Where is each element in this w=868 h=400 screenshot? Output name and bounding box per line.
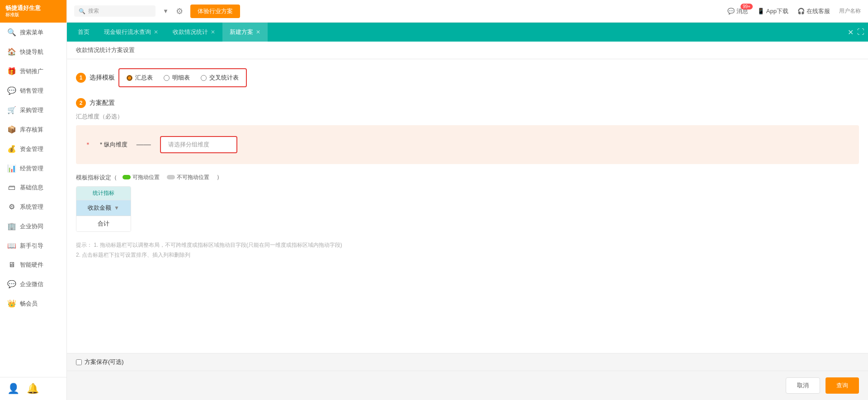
immovable-indicator: 不可拖动位置 <box>167 174 209 181</box>
service-label: 在线客服 <box>807 7 830 15</box>
dimension-row: ＊ * 纵向维度 —— 请选择分组维度 <box>85 136 850 153</box>
radio-cross-label: 交叉统计表 <box>209 74 239 82</box>
step1-title: 选择模板 <box>90 74 115 82</box>
step1-section: 1 选择模板 汇总表 明细表 交叉统计表 <box>76 68 859 87</box>
tab-new-plan-close[interactable]: ✕ <box>256 29 260 35</box>
radio-cross-input[interactable] <box>201 75 207 81</box>
radio-detail-label: 明细表 <box>172 74 190 82</box>
query-button[interactable]: 查询 <box>826 377 859 394</box>
radio-detail[interactable]: 明细表 <box>164 74 190 82</box>
sidebar-item-label: 搜索菜单 <box>20 28 43 37</box>
download-btn[interactable]: 📱 App下载 <box>757 7 788 15</box>
sidebar-item-label: 企业微信 <box>20 280 43 288</box>
bell-icon[interactable]: 🔔 <box>27 383 39 395</box>
main-area: 🔍 搜索 ▼ ⚙ 体验行业方案 💬 消息 99+ 📱 App下载 🎧 在线客服 … <box>67 0 868 400</box>
topbar: 🔍 搜索 ▼ ⚙ 体验行业方案 💬 消息 99+ 📱 App下载 🎧 在线客服 … <box>67 0 868 23</box>
message-icon: 💬 <box>727 8 735 14</box>
radio-summary-input[interactable] <box>127 75 132 81</box>
sidebar-bottom: 👤 🔔 <box>0 377 66 400</box>
radio-detail-input[interactable] <box>164 75 170 81</box>
save-checkbox[interactable] <box>76 359 82 365</box>
gift-icon: 🎁 <box>7 67 16 75</box>
sidebar-item-marketing[interactable]: 🎁 营销推广 <box>0 61 66 81</box>
tab-new-plan[interactable]: 新建方案 ✕ <box>222 23 268 42</box>
tab-cashflow-label: 现金银行流水查询 <box>104 28 151 36</box>
sidebar-item-label: 销售管理 <box>20 87 43 95</box>
radio-summary-label: 汇总表 <box>135 74 153 82</box>
tab-bar: 首页 现金银行流水查询 ✕ 收款情况统计 ✕ 新建方案 ✕ ✕ ⛶ <box>67 23 868 42</box>
sidebar-item-purchase[interactable]: 🛒 采购管理 <box>0 100 66 120</box>
user-icon[interactable]: 👤 <box>7 383 19 395</box>
sidebar-item-finance[interactable]: 💰 资金管理 <box>0 139 66 159</box>
sidebar-item-sales[interactable]: 💬 销售管理 <box>0 81 66 100</box>
step2-badge: 2 <box>76 98 86 108</box>
page-header-title: 收款情况统计方案设置 <box>76 47 135 53</box>
metrics-cell-label: 收款金额 <box>88 204 111 212</box>
tab-home-label: 首页 <box>78 28 90 36</box>
building-icon: 🏢 <box>7 222 16 231</box>
sidebar-item-label: 资金管理 <box>20 145 43 153</box>
sidebar-item-search[interactable]: 🔍 搜索菜单 <box>0 23 66 42</box>
search-icon: 🔍 <box>79 8 85 14</box>
sidebar-item-enterprise[interactable]: 🏢 企业协同 <box>0 216 66 236</box>
sidebar-item-inventory[interactable]: 📦 库存核算 <box>0 120 66 139</box>
gear-icon: ⚙ <box>7 202 16 211</box>
wechat-icon: 💬 <box>7 280 16 288</box>
dimension-area: ＊ * 纵向维度 —— 请选择分组维度 <box>76 125 859 164</box>
download-label: App下载 <box>766 7 788 15</box>
step2-header: 2 方案配置 <box>76 98 859 108</box>
close-paren: ） <box>217 173 222 181</box>
sidebar-item-operation[interactable]: 📊 经营管理 <box>0 159 66 178</box>
sidebar-item-label: 系统管理 <box>20 203 43 211</box>
page-header: 收款情况统计方案设置 <box>67 42 868 59</box>
tab-cashflow-close[interactable]: ✕ <box>154 29 158 35</box>
sidebar-item-newbie[interactable]: 📖 新手引导 <box>0 236 66 255</box>
topbar-right: 💬 消息 99+ 📱 App下载 🎧 在线客服 用户名称 <box>727 7 861 15</box>
radio-summary[interactable]: 汇总表 <box>127 74 153 82</box>
metrics-label-text: 模板指标设定（ <box>76 174 117 181</box>
dimension-select[interactable]: 请选择分组维度 <box>160 136 237 153</box>
sidebar-item-member[interactable]: 👑 畅会员 <box>0 294 66 313</box>
cancel-button[interactable]: 取消 <box>786 377 820 394</box>
metrics-total: 合计 <box>76 216 131 231</box>
sidebar-item-label: 经营管理 <box>20 165 43 173</box>
dropdown-arrow-icon[interactable]: ▼ <box>114 205 119 211</box>
metrics-label: 模板指标设定（ 可拖动位置 不可拖动位置 ） <box>76 173 859 182</box>
dimension-config-label: 汇总维度（必选） <box>76 113 859 121</box>
radio-cross[interactable]: 交叉统计表 <box>201 74 239 82</box>
metrics-cell-amount[interactable]: 收款金额 ▼ <box>76 200 131 216</box>
sidebar-item-label: 新手引导 <box>20 242 43 250</box>
save-checkbox-label[interactable]: 方案保存(可选) <box>76 358 124 366</box>
tab-expand-btn[interactable]: ⛶ <box>857 28 864 37</box>
settings-icon[interactable]: ⚙ <box>176 6 183 16</box>
logo-name: 畅捷通好生意 <box>5 5 41 12</box>
arrow-icon: —— <box>137 141 151 149</box>
sidebar-item-system[interactable]: ⚙ 系统管理 <box>0 197 66 216</box>
money-icon: 💰 <box>7 145 16 153</box>
industry-btn[interactable]: 体验行业方案 <box>190 5 240 18</box>
tabs-actions: ✕ ⛶ <box>848 28 864 37</box>
tab-cashflow[interactable]: 现金银行流水查询 ✕ <box>97 23 165 42</box>
vertical-dimension-label: * 纵向维度 <box>100 141 127 149</box>
step2-section: 2 方案配置 汇总维度（必选） ＊ * 纵向维度 —— 请选择分组维度 <box>76 98 859 260</box>
sidebar-item-label: 智能硬件 <box>20 261 43 269</box>
tab-receipts-close[interactable]: ✕ <box>211 29 215 35</box>
tab-home[interactable]: 首页 <box>71 23 97 42</box>
sidebar-item-basic[interactable]: 🗃 基础信息 <box>0 178 66 197</box>
tab-close-all-btn[interactable]: ✕ <box>848 28 854 37</box>
headset-icon: 🎧 <box>797 8 805 14</box>
sidebar-item-label: 畅会员 <box>20 300 38 308</box>
sidebar: 畅捷通好生意 标准版 🔍 搜索菜单 🏠 快捷导航 🎁 营销推广 💬 销售管理 🛒… <box>0 0 67 400</box>
sidebar-item-quick-nav[interactable]: 🏠 快捷导航 <box>0 42 66 61</box>
tab-receipts[interactable]: 收款情况统计 ✕ <box>165 23 222 42</box>
sidebar-item-hardware[interactable]: 🖥 智能硬件 <box>0 255 66 274</box>
message-btn[interactable]: 💬 消息 99+ <box>727 7 748 15</box>
service-btn[interactable]: 🎧 在线客服 <box>797 7 830 15</box>
sidebar-item-wechat[interactable]: 💬 企业微信 <box>0 274 66 294</box>
immovable-label: 不可拖动位置 <box>177 174 209 181</box>
dropdown-arrow-icon[interactable]: ▼ <box>163 8 169 14</box>
download-icon: 📱 <box>757 8 764 14</box>
step2-title: 方案配置 <box>90 99 115 107</box>
required-mark: ＊ <box>85 141 91 149</box>
search-bar[interactable]: 🔍 搜索 <box>74 5 156 17</box>
